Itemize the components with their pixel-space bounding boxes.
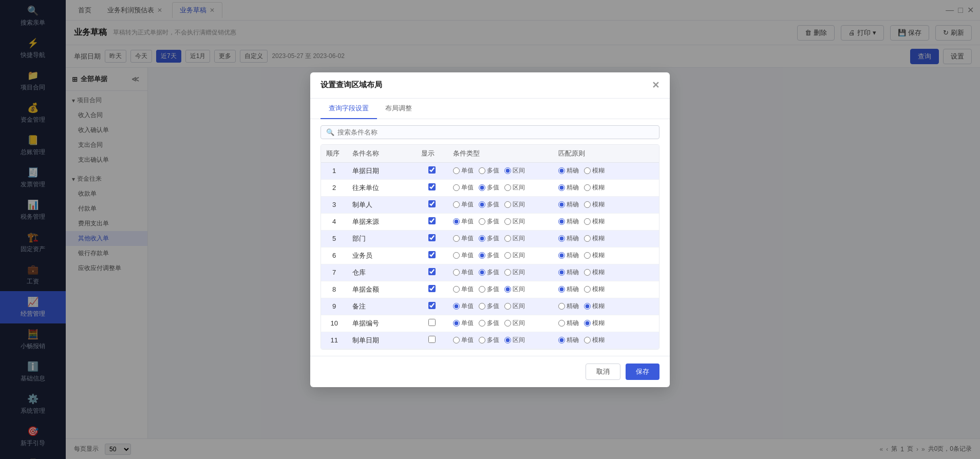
- show-checkbox[interactable]: [428, 336, 436, 343]
- radio-type-单值[interactable]: 单值: [453, 268, 474, 277]
- cell-show[interactable]: [416, 281, 448, 298]
- show-checkbox[interactable]: [428, 285, 436, 292]
- radio-type-多值[interactable]: 多值: [479, 336, 499, 345]
- cell-show[interactable]: [416, 298, 448, 315]
- radio-type-单值[interactable]: 单值: [453, 183, 474, 192]
- radio-type-区间[interactable]: 区间: [504, 217, 525, 226]
- cell-type[interactable]: 单值多值区间: [448, 179, 554, 196]
- radio-match-模糊[interactable]: 模糊: [584, 251, 605, 260]
- radio-type-多值[interactable]: 多值: [479, 217, 499, 226]
- cell-show[interactable]: [416, 315, 448, 332]
- radio-type-单值[interactable]: 单值: [453, 319, 474, 328]
- radio-match-模糊[interactable]: 模糊: [584, 166, 605, 175]
- radio-type-多值[interactable]: 多值: [479, 234, 499, 243]
- radio-match-精确[interactable]: 精确: [558, 285, 579, 294]
- radio-match-精确[interactable]: 精确: [558, 336, 579, 345]
- modal-tab-fields[interactable]: 查询字段设置: [321, 99, 377, 119]
- show-checkbox[interactable]: [428, 217, 436, 224]
- cell-type[interactable]: 单值多值区间: [448, 298, 554, 315]
- radio-match-精确[interactable]: 精确: [558, 251, 579, 260]
- show-checkbox[interactable]: [428, 268, 436, 275]
- radio-type-多值[interactable]: 多值: [479, 251, 499, 260]
- modal-close-button[interactable]: ✕: [652, 80, 659, 91]
- modal-tab-layout[interactable]: 布局调整: [377, 99, 420, 119]
- radio-match-精确[interactable]: 精确: [558, 268, 579, 277]
- radio-type-区间[interactable]: 区间: [504, 319, 525, 328]
- cell-match[interactable]: 精确模糊: [553, 196, 659, 213]
- radio-match-模糊[interactable]: 模糊: [584, 183, 605, 192]
- radio-type-多值[interactable]: 多值: [479, 268, 499, 277]
- cell-show[interactable]: [416, 264, 448, 281]
- radio-match-模糊[interactable]: 模糊: [584, 268, 605, 277]
- radio-match-模糊[interactable]: 模糊: [584, 336, 605, 345]
- cell-type[interactable]: 单值多值区间: [448, 213, 554, 230]
- show-checkbox[interactable]: [428, 200, 436, 207]
- radio-match-精确[interactable]: 精确: [558, 234, 579, 243]
- radio-type-多值[interactable]: 多值: [479, 285, 499, 294]
- cell-show[interactable]: [416, 230, 448, 247]
- radio-match-模糊[interactable]: 模糊: [584, 319, 605, 328]
- show-checkbox[interactable]: [428, 166, 436, 174]
- radio-match-精确[interactable]: 精确: [558, 200, 579, 209]
- cell-type[interactable]: 单值多值区间: [448, 162, 554, 179]
- cell-match[interactable]: 精确模糊: [553, 247, 659, 264]
- radio-type-多值[interactable]: 多值: [479, 302, 499, 311]
- cell-show[interactable]: [416, 162, 448, 179]
- radio-match-精确[interactable]: 精确: [558, 183, 579, 192]
- radio-match-精确[interactable]: 精确: [558, 166, 579, 175]
- radio-type-单值[interactable]: 单值: [453, 251, 474, 260]
- cell-show[interactable]: [416, 196, 448, 213]
- show-checkbox[interactable]: [428, 302, 436, 309]
- cell-show[interactable]: [416, 247, 448, 264]
- radio-type-多值[interactable]: 多值: [479, 200, 499, 209]
- radio-type-区间[interactable]: 区间: [504, 166, 525, 175]
- show-checkbox[interactable]: [428, 183, 436, 190]
- show-checkbox[interactable]: [428, 234, 436, 241]
- radio-type-多值[interactable]: 多值: [479, 166, 499, 175]
- cell-match[interactable]: 精确模糊: [553, 264, 659, 281]
- modal-save-button[interactable]: 保存: [626, 364, 659, 380]
- radio-match-模糊[interactable]: 模糊: [584, 285, 605, 294]
- radio-type-单值[interactable]: 单值: [453, 285, 474, 294]
- cell-match[interactable]: 精确模糊: [553, 213, 659, 230]
- cell-type[interactable]: 单值多值区间: [448, 196, 554, 213]
- cell-type[interactable]: 单值多值区间: [448, 230, 554, 247]
- radio-type-单值[interactable]: 单值: [453, 166, 474, 175]
- cell-show[interactable]: [416, 332, 448, 349]
- cell-type[interactable]: 单值多值区间: [448, 247, 554, 264]
- radio-type-单值[interactable]: 单值: [453, 336, 474, 345]
- cell-match[interactable]: 精确模糊: [553, 298, 659, 315]
- radio-type-单值[interactable]: 单值: [453, 200, 474, 209]
- radio-type-区间[interactable]: 区间: [504, 234, 525, 243]
- radio-match-模糊[interactable]: 模糊: [584, 302, 605, 311]
- cell-match[interactable]: 精确模糊: [553, 179, 659, 196]
- radio-type-多值[interactable]: 多值: [479, 183, 499, 192]
- radio-type-多值[interactable]: 多值: [479, 319, 499, 328]
- radio-type-单值[interactable]: 单值: [453, 234, 474, 243]
- radio-type-单值[interactable]: 单值: [453, 302, 474, 311]
- radio-match-精确[interactable]: 精确: [558, 319, 579, 328]
- cell-match[interactable]: 精确模糊: [553, 162, 659, 179]
- cell-show[interactable]: [416, 213, 448, 230]
- cancel-button[interactable]: 取消: [586, 364, 620, 380]
- radio-type-区间[interactable]: 区间: [504, 336, 525, 345]
- radio-match-精确[interactable]: 精确: [558, 217, 579, 226]
- radio-match-模糊[interactable]: 模糊: [584, 234, 605, 243]
- radio-type-区间[interactable]: 区间: [504, 183, 525, 192]
- cell-type[interactable]: 单值多值区间: [448, 332, 554, 349]
- radio-type-区间[interactable]: 区间: [504, 302, 525, 311]
- radio-type-区间[interactable]: 区间: [504, 285, 525, 294]
- show-checkbox[interactable]: [428, 251, 436, 258]
- radio-type-区间[interactable]: 区间: [504, 268, 525, 277]
- cell-show[interactable]: [416, 179, 448, 196]
- cell-match[interactable]: 精确模糊: [553, 281, 659, 298]
- cell-type[interactable]: 单值多值区间: [448, 281, 554, 298]
- cell-match[interactable]: 精确模糊: [553, 230, 659, 247]
- radio-match-精确[interactable]: 精确: [558, 302, 579, 311]
- cell-match[interactable]: 精确模糊: [553, 332, 659, 349]
- radio-type-单值[interactable]: 单值: [453, 217, 474, 226]
- radio-type-区间[interactable]: 区间: [504, 200, 525, 209]
- show-checkbox[interactable]: [428, 319, 436, 326]
- radio-match-模糊[interactable]: 模糊: [584, 217, 605, 226]
- modal-search-input[interactable]: [337, 128, 654, 136]
